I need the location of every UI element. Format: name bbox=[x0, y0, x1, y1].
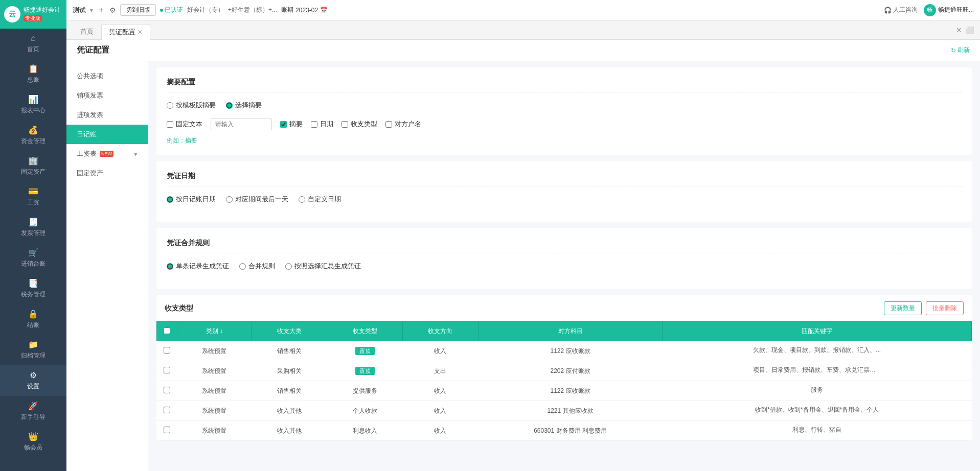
main-area: 测试 ▾ ＋ ⚙ 切到旧版 已认证 好会计（专） +好生意（标）+... 账期 … bbox=[66, 0, 980, 471]
close-window-button[interactable]: ✕ bbox=[956, 26, 962, 34]
tab-home[interactable]: 首页 bbox=[73, 23, 101, 39]
row-match-keyword: 利息、行转、猪自 bbox=[663, 421, 972, 441]
radio-template[interactable]: 按模板版摘要 bbox=[167, 101, 216, 110]
fixed-text-input[interactable] bbox=[211, 118, 272, 130]
sidebar-item-funds[interactable]: 💰 资金管理 bbox=[0, 120, 66, 151]
sidebar-item-assets[interactable]: 🏢 固定资产 bbox=[0, 151, 66, 181]
left-nav-purchase-invoice[interactable]: 进项发票 bbox=[66, 105, 148, 125]
radio-diary-date[interactable]: 按日记账日期 bbox=[167, 195, 216, 204]
sidebar-item-close[interactable]: 🔒 结账 bbox=[0, 304, 66, 335]
merge-radio[interactable] bbox=[239, 263, 246, 270]
assets-icon: 🏢 bbox=[28, 156, 38, 166]
new-badge: NEW bbox=[100, 151, 113, 157]
radio-select[interactable]: 选择摘要 bbox=[226, 101, 262, 110]
radio-template-input[interactable] bbox=[167, 102, 173, 109]
select-all-checkbox[interactable] bbox=[164, 327, 170, 334]
radio-select-input[interactable] bbox=[226, 102, 233, 109]
row-select-checkbox[interactable] bbox=[164, 407, 170, 413]
keyword-text: 利息、行转、猪自 bbox=[792, 426, 841, 434]
right-content: 摘要配置 按模板版摘要 选择摘要 bbox=[148, 61, 980, 471]
date-checkbox[interactable] bbox=[311, 121, 317, 128]
checkbox-summary[interactable]: 摘要 bbox=[280, 120, 303, 129]
sidebar-item-ledger[interactable]: 📋 总账 bbox=[0, 59, 66, 89]
guide-icon: 🚀 bbox=[28, 401, 38, 411]
sidebar-item-invoice[interactable]: 🧾 发票管理 bbox=[0, 212, 66, 243]
summary-checkbox[interactable] bbox=[280, 121, 287, 128]
switch-old-version-button[interactable]: 切到旧版 bbox=[120, 4, 156, 16]
pin-top-tag[interactable]: 置顶 bbox=[355, 367, 375, 375]
topbar-add-button[interactable]: ＋ bbox=[97, 5, 105, 15]
radio-period-last[interactable]: 对应期间最后一天 bbox=[226, 195, 288, 204]
row-direction: 收入 bbox=[402, 341, 478, 361]
row-checkbox[interactable] bbox=[157, 381, 177, 401]
checkbox-fixed-text[interactable]: 固定文本 bbox=[167, 120, 202, 129]
tab-voucher-config[interactable]: 凭证配置 ✕ bbox=[101, 24, 150, 40]
maximize-window-button[interactable]: ⬜ bbox=[965, 26, 974, 34]
radio-merge[interactable]: 合并规则 bbox=[239, 262, 275, 271]
expand-arrow-icon: ▾ bbox=[134, 150, 138, 158]
close-tab-icon[interactable]: ✕ bbox=[138, 29, 143, 36]
topbar-gear-icon[interactable]: ⚙ bbox=[109, 6, 116, 14]
counterparty-checkbox[interactable] bbox=[385, 121, 392, 128]
row-checkbox[interactable] bbox=[157, 361, 177, 381]
batch-delete-button[interactable]: 批量删除 bbox=[926, 301, 964, 315]
summary-config-section: 摘要配置 按模板版摘要 选择摘要 bbox=[156, 67, 972, 155]
th-type: 收支类型 bbox=[327, 322, 403, 341]
row-checkbox[interactable] bbox=[157, 421, 177, 441]
row-counterpart-account: 1122 应收账款 bbox=[478, 381, 663, 401]
row-checkbox[interactable] bbox=[157, 401, 177, 421]
row-select-checkbox[interactable] bbox=[164, 427, 170, 433]
row-select-checkbox[interactable] bbox=[164, 347, 170, 354]
certified-status: 已认证 bbox=[160, 6, 183, 14]
keyword-text: 项目、日常费用、报销款、车费、承兑汇票、付款 bbox=[753, 366, 881, 374]
user-name: 畅捷通旺旺... bbox=[938, 6, 974, 14]
single-radio[interactable] bbox=[167, 263, 173, 270]
row-counterpart-account: 2202 应付账款 bbox=[478, 361, 663, 381]
sidebar-item-purchase[interactable]: 🛒 进销台账 bbox=[0, 243, 66, 273]
left-nav-sales-invoice[interactable]: 销项发票 bbox=[66, 86, 148, 105]
row-checkbox[interactable] bbox=[157, 341, 177, 361]
left-nav-payroll[interactable]: 工资表 NEW ▾ bbox=[66, 144, 148, 163]
row-major-type: 销售相关 bbox=[252, 381, 327, 401]
user-menu[interactable]: 畅 畅捷通旺旺... bbox=[924, 4, 974, 16]
th-direction: 收支方向 bbox=[402, 322, 478, 341]
sidebar-item-guide[interactable]: 🚀 新手引导 bbox=[0, 396, 66, 427]
calendar-icon[interactable]: 📅 bbox=[320, 7, 328, 14]
sidebar-item-archive[interactable]: 📁 归档管理 bbox=[0, 335, 66, 365]
sidebar-item-member[interactable]: 👑 畅会员 bbox=[0, 427, 66, 457]
checkbox-pay-type[interactable]: 收支类型 bbox=[341, 120, 377, 129]
sidebar-item-report[interactable]: 📊 报表中心 bbox=[0, 89, 66, 120]
sidebar-item-tax[interactable]: 📑 税务管理 bbox=[0, 273, 66, 304]
pay-type-checkbox[interactable] bbox=[341, 121, 348, 128]
topbar-dropdown-arrow[interactable]: ▾ bbox=[90, 7, 93, 14]
row-select-checkbox[interactable] bbox=[164, 387, 170, 393]
custom-date-radio[interactable] bbox=[299, 196, 305, 203]
row-select-checkbox[interactable] bbox=[164, 367, 170, 373]
left-nav-public[interactable]: 公共选项 bbox=[66, 66, 148, 86]
radio-summary-gen[interactable]: 按照选择汇总生成凭证 bbox=[285, 262, 361, 271]
table-row: 系统预置 收入其他 利息收入 收入 660301 财务费用 利息费用 利息、行转… bbox=[157, 421, 972, 441]
refresh-button[interactable]: ↻ 刷新 bbox=[951, 46, 970, 55]
left-nav-fixed-assets[interactable]: 固定资产 bbox=[66, 163, 148, 183]
row-type: 个人收款 bbox=[327, 401, 403, 421]
sidebar-item-salary[interactable]: 💳 工资 bbox=[0, 181, 66, 212]
period-last-radio[interactable] bbox=[226, 196, 233, 203]
row-type: 提供服务 bbox=[327, 381, 403, 401]
sidebar-item-home[interactable]: ⌂ 首页 bbox=[0, 29, 66, 59]
pin-top-tag[interactable]: 置顶 bbox=[355, 347, 375, 355]
checkbox-counterparty[interactable]: 对方户名 bbox=[385, 120, 421, 129]
service-button[interactable]: 🎧 人工咨询 bbox=[884, 6, 918, 14]
table-row: 系统预置 销售相关 提供服务 收入 1122 应收账款 服务 bbox=[157, 381, 972, 401]
table-actions: 更新数量 批量删除 bbox=[884, 301, 964, 315]
summary-gen-radio[interactable] bbox=[285, 263, 292, 270]
checkbox-date[interactable]: 日期 bbox=[311, 120, 333, 129]
update-button[interactable]: 更新数量 bbox=[884, 301, 922, 315]
left-nav-diary[interactable]: 日记账 bbox=[66, 125, 148, 144]
fixed-text-checkbox[interactable] bbox=[167, 121, 173, 128]
sidebar-item-settings[interactable]: ⚙ 设置 bbox=[0, 365, 66, 396]
radio-custom-date[interactable]: 自定义日期 bbox=[299, 195, 341, 204]
radio-single[interactable]: 单条记录生成凭证 bbox=[167, 262, 229, 271]
topbar-product-info1: 好会计（专） bbox=[187, 6, 224, 14]
logo-icon: 云 bbox=[4, 6, 20, 22]
diary-date-radio[interactable] bbox=[167, 196, 173, 203]
